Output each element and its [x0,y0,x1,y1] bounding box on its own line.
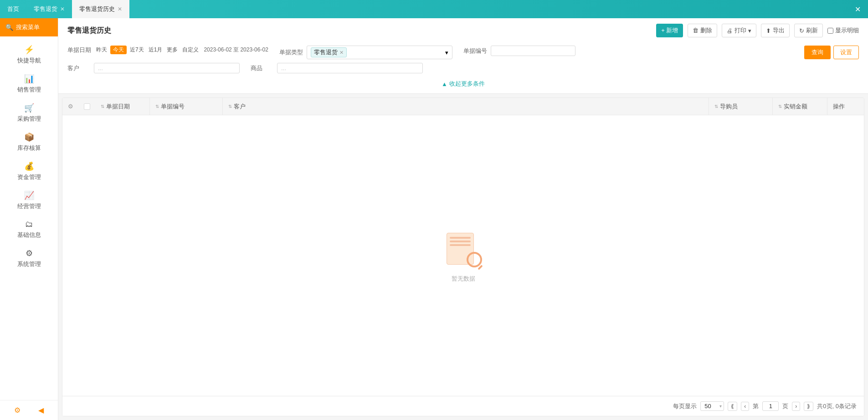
content-area: 零售退货历史 + 新增 🗑 删除 🖨 🖨 打印 打印 ▾ ⬆ 导出 [58,18,868,420]
th-date-label: 单据日期 [106,102,130,111]
top-bar: 首页 零售退货 ✕ 零售退货历史 ✕ ✕ [0,0,868,18]
sidebar-item-inventory[interactable]: 📦 库存核算 [0,128,58,157]
header-actions: + 新增 🗑 删除 🖨 🖨 打印 打印 ▾ ⬆ 导出 ↻ 刷新 [656,24,859,37]
customer-input[interactable]: ... [94,63,240,73]
date-opt-yesterday[interactable]: 昨天 [95,46,108,54]
th-amount[interactable]: ⇅ 实销金额 [773,98,827,115]
new-button[interactable]: + 新增 [656,24,683,37]
page-number-input[interactable] [762,401,779,411]
date-opt-more[interactable]: 更多 [165,46,179,54]
display-toggle[interactable]: 显示明细 [827,26,859,35]
empty-magnifier [467,252,484,269]
collapse-sidebar-icon[interactable]: ◀ [38,406,44,415]
main-layout: 🔍 搜索菜单 ⚡ 快捷导航 📊 销售管理 🛒 采购管理 📦 库存核算 💰 [0,18,868,420]
sidebar-item-purchase[interactable]: 🛒 采购管理 [0,98,58,128]
tab-retail-return-history-label: 零售退货历史 [79,5,115,13]
sidebar-bottom: ⚙ ◀ [0,400,58,420]
date-opt-1month[interactable]: 近1月 [147,46,164,54]
sidebar-item-basic-info-label: 基础信息 [17,231,41,239]
pagination-row: 每页显示 10 20 50 100 ⟪ ‹ 第 页 › ⟫ 共0页, 0条记录 [62,396,864,416]
date-opt-custom[interactable]: 自定义 [181,46,200,54]
customer-placeholder: ... [98,65,236,72]
th-date[interactable]: ⇅ 单据日期 [95,98,150,115]
sidebar-search-label: 搜索菜单 [16,23,40,31]
sidebar-item-system-label: 系统管理 [17,260,41,268]
search-icon: 🔍 [5,24,13,31]
sort-icon-billno: ⇅ [155,104,159,109]
bill-type-filter-group: 单据类型 零售退货 ✕ ▾ [279,46,452,59]
page-first-button[interactable]: ⟪ [728,402,737,411]
sidebar-item-operations[interactable]: 📈 经营管理 [0,186,58,215]
query-button[interactable]: 查询 [804,46,831,59]
refresh-button[interactable]: ↻ 刷新 [794,24,823,37]
date-opt-7days[interactable]: 近7天 [128,46,145,54]
collapse-label: 收起更多条件 [449,80,485,88]
delete-button[interactable]: 🗑 删除 [688,24,717,37]
bill-no-label: 单据编号 [463,47,487,55]
system-icon: ⚙ [26,248,33,258]
tab-retail-return[interactable]: 零售退货 ✕ [26,0,72,18]
bill-no-input[interactable] [491,46,575,56]
goods-placeholder: ... [281,65,419,72]
sort-icon-amount: ⇅ [778,104,782,109]
print-chevron-icon: ▾ [748,27,751,34]
refresh-icon: ↻ [799,27,804,34]
basic-info-icon: 🗂 [25,220,33,229]
th-customer[interactable]: ⇅ 客户 [223,98,709,115]
bill-type-select[interactable]: 零售退货 ✕ ▾ [307,46,452,59]
sidebar-item-system[interactable]: ⚙ 系统管理 [0,244,58,273]
total-info: 共0页, 0条记录 [817,402,857,410]
settings-button[interactable]: 设置 [833,46,859,59]
header-checkbox[interactable] [84,103,90,110]
display-toggle-label: 显示明细 [835,26,859,35]
goods-input[interactable]: ... [277,63,423,73]
tab-retail-return-history[interactable]: 零售退货历史 ✕ [72,0,129,18]
bill-no-filter-group: 单据编号 [463,46,575,56]
th-customer-label: 客户 [234,102,246,111]
tab-retail-return-close[interactable]: ✕ [60,6,65,12]
page-title: 零售退货历史 [67,26,111,36]
sidebar-item-sales-label: 销售管理 [17,86,41,94]
th-guide[interactable]: ⇅ 导购员 [709,98,773,115]
page-label: 第 [753,402,759,410]
print-icon: 🖨 [727,27,733,34]
page-size-label: 每页显示 [673,402,697,410]
window-close-button[interactable]: ✕ [847,5,868,14]
sidebar-item-sales[interactable]: 📊 销售管理 [0,69,58,98]
collapse-filter-button[interactable]: ▲ 收起更多条件 [436,79,490,89]
sidebar-item-basic-info[interactable]: 🗂 基础信息 [0,215,58,244]
date-opt-today[interactable]: 今天 [110,46,127,54]
sidebar-item-finance[interactable]: 💰 资金管理 [0,157,58,186]
print-button[interactable]: 🖨 🖨 打印 打印 ▾ [722,24,756,37]
date-options: 昨天 今天 近7天 近1月 更多 自定义 [95,46,200,54]
tab-retail-return-history-close[interactable]: ✕ [118,6,122,12]
page-suffix: 页 [782,402,788,410]
page-size-select[interactable]: 10 20 50 100 [700,401,724,411]
export-button[interactable]: ⬆ 导出 [761,24,790,37]
page-size-wrapper: 10 20 50 100 [700,401,724,411]
page-last-button[interactable]: ⟫ [804,402,813,411]
sidebar-item-inventory-label: 库存核算 [17,144,41,152]
tab-home[interactable]: 首页 [0,0,26,18]
display-toggle-checkbox[interactable] [827,28,833,34]
page-next-button[interactable]: › [792,402,800,411]
page-title-row: 零售退货历史 + 新增 🗑 删除 🖨 🖨 打印 打印 ▾ ⬆ 导出 [67,24,859,37]
bill-type-tag-close[interactable]: ✕ [339,50,344,56]
settings-bottom-icon[interactable]: ⚙ [14,406,21,415]
empty-text: 暂无数据 [452,275,475,283]
tab-home-label: 首页 [7,5,19,13]
tab-list: 首页 零售退货 ✕ 零售退货历史 ✕ [0,0,847,18]
th-billno[interactable]: ⇅ 单据编号 [150,98,223,115]
th-settings-icon[interactable]: ⚙ [62,103,79,110]
sidebar-item-operations-label: 经营管理 [17,202,41,210]
empty-illustration [443,228,484,269]
table-section: ⚙ ⇅ 单据日期 ⇅ 单据编号 ⇅ 客户 ⇅ 导购员 [62,97,864,416]
sort-icon-guide: ⇅ [714,104,718,109]
collapse-row: ▲ 收起更多条件 [67,77,859,92]
th-checkbox[interactable] [79,103,95,110]
page-prev-button[interactable]: ‹ [741,402,749,411]
sidebar-search[interactable]: 🔍 搜索菜单 [0,18,58,36]
sidebar-item-quick-nav[interactable]: ⚡ 快捷导航 [0,40,58,69]
inventory-icon: 📦 [24,132,34,142]
customer-filter-group: 客户 ... [67,63,240,73]
